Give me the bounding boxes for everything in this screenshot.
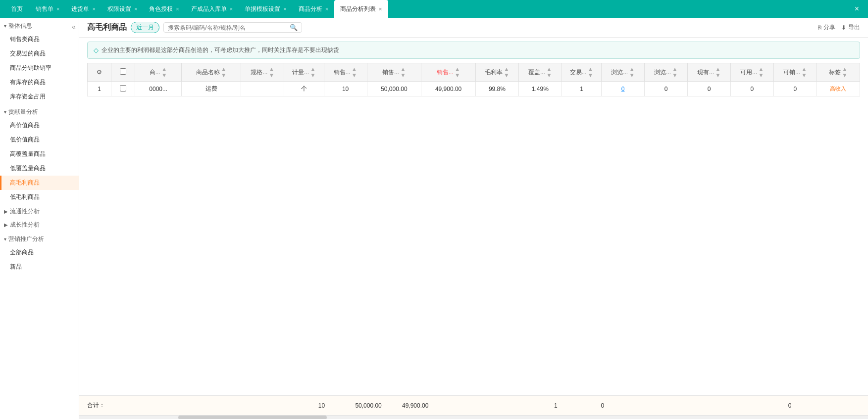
- search-icon[interactable]: 🔍: [290, 24, 298, 31]
- sidebar-group-overall[interactable]: ▾ 整体信息: [0, 18, 79, 32]
- sales-profit-column-header[interactable]: 销售... ▲▼: [421, 63, 476, 82]
- browse1-column-header[interactable]: 浏览... ▲▼: [602, 63, 645, 82]
- growth-arrow-icon: ▶: [4, 222, 8, 228]
- info-banner: ◇ 企业的主要的利润都是这部分商品创造的，可考虑加大推广，同时关注库存是不要出现…: [87, 42, 860, 59]
- sidebar-item-in-stock-goods[interactable]: 有库存的商品: [0, 75, 79, 90]
- name-column-header[interactable]: 商品名称 ▲▼: [181, 63, 241, 82]
- nav-tab-inbound[interactable]: 产成品入库单 ×: [185, 0, 239, 18]
- sidebar-item-low-margin[interactable]: 低毛利商品: [0, 190, 79, 204]
- row-sales-profit: 49,900.00: [421, 82, 476, 96]
- nav-tab-purchase[interactable]: 进货单 ×: [65, 0, 101, 18]
- trade-sort-icon: ▲▼: [588, 66, 594, 78]
- sidebar-item-stock-capital[interactable]: 库存资金占用: [0, 90, 79, 104]
- table-container[interactable]: ⚙ 商... ▲▼ 商品名称 ▲▼: [79, 63, 868, 395]
- search-box[interactable]: 🔍: [163, 22, 302, 33]
- goods-table: ⚙ 商... ▲▼ 商品名称 ▲▼: [87, 63, 860, 96]
- unit-column-header[interactable]: 计量... ▲▼: [284, 63, 324, 82]
- sidebar-group-liquidity[interactable]: ▶ 流通性分析: [0, 204, 79, 218]
- share-icon: ⎘: [818, 24, 821, 31]
- summary-empty-10: [813, 402, 860, 409]
- close-inbound-tab[interactable]: ×: [230, 6, 233, 12]
- stock1-column-header[interactable]: 现有... ▲▼: [688, 63, 731, 82]
- main-layout: « ▾ 整体信息 销售类商品 交易过的商品 商品分销助销率 有库存的商品 库存资…: [0, 18, 868, 419]
- summary-cells: 10 50,000.00 49,900.00 1 0 0: [111, 402, 860, 409]
- sidebar-item-high-value[interactable]: 高价值商品: [0, 118, 79, 133]
- close-analysis-list-tab[interactable]: ×: [379, 6, 382, 12]
- sidebar-item-low-value[interactable]: 低价值商品: [0, 133, 79, 147]
- close-all-button[interactable]: ×: [850, 4, 864, 13]
- spec-column-header[interactable]: 规格... ▲▼: [241, 63, 284, 82]
- sidebar-item-low-coverage[interactable]: 低覆盖量商品: [0, 161, 79, 176]
- sidebar-group-growth[interactable]: ▶ 成长性分析: [0, 218, 79, 231]
- nav-tab-template[interactable]: 单据模板设置 ×: [239, 0, 292, 18]
- sales-qty-column-header[interactable]: 销售... ▲▼: [324, 63, 367, 82]
- sidebar-item-new-goods[interactable]: 新品: [0, 260, 79, 274]
- marketing-arrow-icon: ▾: [4, 236, 6, 242]
- row-select-checkbox[interactable]: [120, 85, 126, 92]
- sidebar: « ▾ 整体信息 销售类商品 交易过的商品 商品分销助销率 有库存的商品 库存资…: [0, 18, 79, 419]
- nav-tab-roles[interactable]: 角色授权 ×: [143, 0, 185, 18]
- sidebar-item-all-goods[interactable]: 全部商品: [0, 245, 79, 260]
- sidebar-item-high-margin[interactable]: 高毛利商品: [0, 176, 79, 190]
- row-coverage: 1.49%: [518, 82, 562, 96]
- close-purchase-tab[interactable]: ×: [92, 6, 95, 12]
- row-browse1[interactable]: 0: [602, 82, 645, 96]
- row-checkbox[interactable]: [111, 82, 135, 96]
- close-roles-tab[interactable]: ×: [176, 6, 179, 12]
- nav-tab-analysis-list[interactable]: 商品分析列表 ×: [334, 0, 388, 18]
- close-permissions-tab[interactable]: ×: [134, 6, 137, 12]
- export-button[interactable]: ⬇ 导出: [841, 23, 860, 32]
- filter-month-button[interactable]: 近一月: [131, 22, 159, 33]
- salesqty-sort-icon: ▲▼: [352, 66, 357, 78]
- sidebar-item-sales-goods[interactable]: 销售类商品: [0, 32, 79, 47]
- grossrate-sort-icon: ▲▼: [504, 66, 510, 78]
- coverage-column-header[interactable]: 覆盖... ▲▼: [518, 63, 562, 82]
- summary-trade: 1: [532, 402, 579, 409]
- sales-amt-column-header[interactable]: 销售... ▲▼: [367, 63, 421, 82]
- stock2-column-header[interactable]: 可用... ▲▼: [730, 63, 773, 82]
- bottom-scrollbar[interactable]: [79, 415, 868, 419]
- summary-empty-5: [439, 402, 486, 409]
- table-header-row: ⚙ 商... ▲▼ 商品名称 ▲▼: [88, 63, 860, 82]
- close-sales-tab[interactable]: ×: [56, 6, 59, 12]
- info-icon: ◇: [94, 47, 99, 54]
- summary-sales-profit: 49,900.00: [392, 402, 439, 409]
- close-template-tab[interactable]: ×: [283, 6, 286, 12]
- sidebar-group-contribution[interactable]: ▾ 贡献量分析: [0, 104, 79, 118]
- row-unit: 个: [284, 82, 324, 96]
- content-area: 高毛利商品 近一月 🔍 ⎘ 分享 ⬇ 导出 ◇ 企业的主要的利润都是这部分商品创…: [79, 18, 868, 419]
- sidebar-item-distribution-rate[interactable]: 商品分销助销率: [0, 61, 79, 75]
- summary-sales-qty: 10: [298, 402, 345, 409]
- summary-saleable: 0: [766, 402, 814, 409]
- top-navigation: 首页 销售单 × 进货单 × 权限设置 × 角色授权 × 产成品入库单 × 单据…: [0, 0, 868, 18]
- browse2-column-header[interactable]: 浏览... ▲▼: [645, 63, 688, 82]
- search-input[interactable]: [168, 24, 288, 31]
- summary-empty-3: [204, 402, 252, 409]
- stock2-sort-icon: ▲▼: [758, 66, 764, 78]
- select-all-checkbox[interactable]: [120, 68, 126, 75]
- saleable-column-header[interactable]: 可销... ▲▼: [773, 63, 817, 82]
- sidebar-collapse-button[interactable]: «: [69, 22, 79, 32]
- row-saleable: 0: [773, 82, 817, 96]
- scrollbar-thumb[interactable]: [178, 416, 327, 419]
- nav-tab-home[interactable]: 首页: [4, 0, 30, 18]
- settings-column-header[interactable]: ⚙: [88, 63, 111, 82]
- summary-label: 合计：: [87, 401, 111, 410]
- tag-column-header[interactable]: 标签 ▲▼: [817, 63, 860, 82]
- nav-tab-analysis[interactable]: 商品分析 ×: [293, 0, 334, 18]
- close-analysis-tab[interactable]: ×: [325, 6, 328, 12]
- summary-empty-8: [673, 402, 720, 409]
- liquidity-arrow-icon: ▶: [4, 209, 8, 214]
- sidebar-item-traded-goods[interactable]: 交易过的商品: [0, 47, 79, 61]
- nav-tab-sales[interactable]: 销售单 ×: [30, 0, 65, 18]
- share-button[interactable]: ⎘ 分享: [818, 23, 835, 32]
- gross-rate-column-header[interactable]: 毛利率 ▲▼: [475, 63, 518, 82]
- nav-tab-permissions[interactable]: 权限设置 ×: [102, 0, 143, 18]
- row-gross-rate: 99.8%: [475, 82, 518, 96]
- tag-sort-icon: ▲▼: [842, 66, 848, 78]
- code-column-header[interactable]: 商... ▲▼: [135, 63, 182, 82]
- sidebar-item-high-coverage[interactable]: 高覆盖量商品: [0, 147, 79, 161]
- sidebar-group-marketing[interactable]: ▾ 营销推广分析: [0, 231, 79, 245]
- checkbox-column-header[interactable]: [111, 63, 135, 82]
- trade-column-header[interactable]: 交易... ▲▼: [562, 63, 601, 82]
